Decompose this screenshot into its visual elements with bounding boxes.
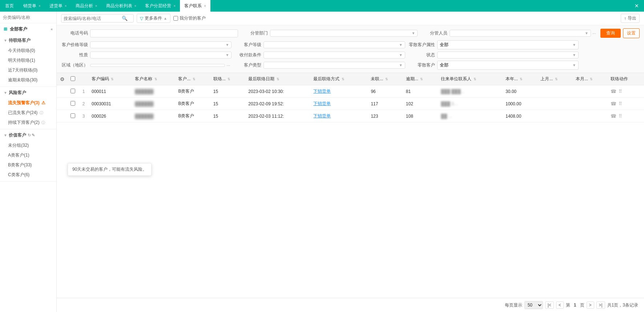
section-title-risk[interactable]: ▼ 风险客户 [0,88,56,98]
row-no-contact: 117 [369,98,403,110]
my-customers-checkbox-area[interactable]: 我分管的客户 [173,15,206,21]
settings-button[interactable]: 设置 [623,28,640,38]
more-dots-icon[interactable]: ··· [225,63,232,68]
col-contacts[interactable]: 往来单位联系人 ⇅ [439,73,503,85]
sidebar-item-a-class[interactable]: A类客户(1) [0,150,56,160]
prev-page-button[interactable]: < [556,301,564,309]
table-row: 3 000026 ██████ B类客户 15 2023-02-03 11:12… [57,110,644,122]
filter-field-nature: 性质 ▼ [61,52,232,58]
col-no-contact[interactable]: 未联... ⇅ [369,73,403,85]
edit-icon[interactable]: ✎ [32,133,35,138]
col-this-month[interactable]: 本月... ⇅ [573,73,608,85]
tab-sales-order[interactable]: 销货单 × [19,0,45,12]
close-icon[interactable]: × [134,4,137,8]
close-icon[interactable]: × [95,4,97,8]
row-name: ██████ [133,98,176,110]
customer-level-select[interactable]: ▼ [263,41,405,48]
contact-icon[interactable]: ☎ [611,89,616,94]
first-page-button[interactable]: |< [545,301,554,309]
payment-select[interactable]: ▼ [263,52,405,58]
close-icon[interactable]: × [173,4,176,8]
row-this-month [573,98,608,110]
contact-method-link[interactable]: 下销货单 [313,101,331,106]
row-checkbox[interactable] [71,101,75,106]
status-select[interactable]: ▼ [437,52,579,58]
sidebar-item-today[interactable]: 今天待联络(0) [0,46,56,56]
page-size-select[interactable]: 50 100 200 [524,301,543,309]
sidebar-item-ungroup[interactable]: 未分组(32) [0,141,56,150]
col-name[interactable]: 客户名称 ⇅ [133,73,176,85]
close-icon[interactable]: × [204,4,206,8]
section-title-pending[interactable]: ▼ 待联络客户 [0,35,56,46]
more-actions-icon[interactable]: ⠿ [619,89,622,94]
more-dots-icon[interactable]: ··· [591,31,597,36]
tab-customer-contact[interactable]: 客户联系 × [180,0,210,12]
section-title-value[interactable]: ▼ 价值客户 ↻ ✎ [0,130,56,141]
contact-icon[interactable]: ☎ [611,113,616,119]
tab-home[interactable]: 首页 [0,0,19,12]
more-actions-icon[interactable]: ⠿ [619,101,622,106]
col-code[interactable]: 客户编码 ⇅ [89,73,133,85]
export-button[interactable]: ↑ 导出 [621,14,640,23]
col-contact[interactable]: 联络... ⇅ [211,73,246,85]
close-icon[interactable]: × [39,4,41,8]
tab-product-analysis-list[interactable]: 商品分析列表 × [102,0,141,12]
price-level-select[interactable]: ▼ [90,41,232,48]
tab-product-analysis[interactable]: 商品分析 × [71,0,102,12]
region-select[interactable] [90,64,225,67]
my-customers-checkbox[interactable] [173,16,178,21]
next-page-button[interactable]: > [587,301,594,309]
search-input[interactable] [64,16,122,21]
row-checkbox[interactable] [71,113,75,118]
sidebar-search-input[interactable] [3,15,57,20]
sidebar-item-churn-warning[interactable]: 流失预警客户(3) ⚠ [0,98,56,108]
tab-purchase-order[interactable]: 进货单 × [45,0,71,12]
sidebar-search-area: 🔍 [0,12,56,23]
contact-method-link[interactable]: 下销货单 [313,89,331,94]
chevron-down-icon: ▼ [399,53,403,57]
filter-field-payment: 收付款条件 ▼ [234,52,405,58]
row-checkbox[interactable] [71,89,75,93]
more-actions-icon[interactable]: ⠿ [619,113,622,119]
nature-label: 性质 [61,52,90,58]
sidebar-item-churned[interactable]: 已流失客户(24) ⓘ [0,108,56,118]
sort-icon: ⇅ [277,77,279,81]
sidebar-item-c-class[interactable]: C类客户(6) [0,170,56,180]
sidebar-item-overdue[interactable]: 逾期未联络(30) [0,75,56,85]
window-close-button[interactable]: ✕ [629,3,644,9]
filter-row-3: 性质 ▼ 收付款条件 ▼ 状态 [61,52,640,58]
dept-select[interactable]: ▼ [270,30,418,37]
sidebar-item-7days[interactable]: 近7天待联络(0) [0,65,56,75]
select-all-checkbox[interactable] [71,76,75,81]
col-last-month[interactable]: 上月... ⇅ [538,73,573,85]
tab-customer-stratification[interactable]: 客户分层经营 × [141,0,180,12]
settings-icon[interactable]: ⚙ [60,76,65,82]
person-select[interactable]: ▼ [450,30,591,37]
customer-type-select[interactable]: ▼ [263,62,405,69]
col-type[interactable]: 客户... ⇅ [176,73,211,85]
query-button[interactable]: 查询 [600,29,621,38]
col-last-contact-date[interactable]: 最后联络日期 ⇅ [246,73,311,85]
refresh-icon[interactable]: ↻ [28,133,31,138]
col-overdue[interactable]: 逾期... ⇅ [404,73,439,85]
search-icon[interactable]: 🔍 [122,16,128,21]
phone-input[interactable] [90,29,238,37]
sidebar-item-b-class[interactable]: B类客户(33) [0,160,56,170]
more-conditions-button[interactable]: ▽ 更多条件 ▲ [137,14,170,23]
sidebar-item-tomorrow[interactable]: 明天待联络(1) [0,56,56,65]
row-last-contact-method: 下销货单 [311,110,369,122]
info-icon: ⓘ [40,111,43,115]
contact-icon[interactable]: ☎ [611,101,616,106]
advanced-filter-panel: 电话号码 分管部门 ▼ 分管人员 ▼ ··· [57,25,644,73]
price-level-label: 客户价格等级 [61,42,90,48]
sidebar-item-declining[interactable]: 持续下滑客户(2) ⓘ [0,118,56,127]
last-page-button[interactable]: >| [596,301,605,309]
nature-select[interactable]: ▼ [90,52,232,58]
col-this-year[interactable]: 本年... ⇅ [503,73,538,85]
close-icon[interactable]: × [65,4,67,8]
sidebar-all-customers[interactable]: ⊞ 全部客户 « [0,23,56,35]
zero-retail-select[interactable]: 全部 ▼ [437,61,579,70]
zero-retail-attr-select[interactable]: 全部 ▼ [437,40,579,49]
contact-method-link[interactable]: 下销货单 [313,113,331,118]
col-last-contact-method[interactable]: 最后联络方式 ⇅ [311,73,369,85]
